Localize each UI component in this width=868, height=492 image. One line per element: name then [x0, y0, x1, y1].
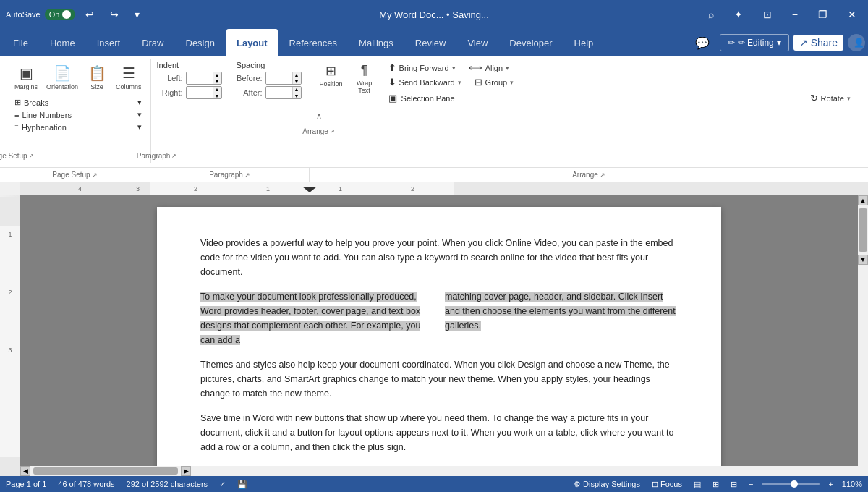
arrange-group-label-row: Arrange ↗	[310, 168, 868, 182]
content-area: Video provides a powerful way to help yo…	[20, 195, 868, 476]
columns-button[interactable]: ☰ Columns	[113, 62, 145, 93]
position-wrap-section: ⊞ Position ¶ Wrap Text	[316, 61, 380, 106]
scroll-up-button[interactable]: ▲	[858, 195, 868, 205]
group-button[interactable]: ⊟ Group ▾	[469, 75, 520, 89]
margins-button[interactable]: ▣ Margins	[12, 62, 41, 93]
before-spacing-down[interactable]: ▼	[292, 78, 301, 85]
vertical-scrollbar[interactable]: ▲ ▼	[858, 195, 868, 466]
editing-button[interactable]: ✏ ✏ Editing ▾	[720, 34, 789, 51]
focus-button[interactable]: ⊡ Focus	[649, 480, 685, 489]
tab-view[interactable]: View	[457, 29, 498, 56]
selection-pane-button[interactable]: ▣ Selection Pane	[383, 90, 803, 106]
autosave-toggle[interactable]: On	[45, 9, 76, 20]
right-indent-input[interactable]: 0" ▲ ▼	[186, 86, 222, 99]
tab-file[interactable]: File	[3, 29, 38, 56]
position-button[interactable]: ⊞ Position	[316, 61, 346, 106]
after-spacing-input[interactable]: 8 pt ▲ ▼	[265, 86, 302, 99]
orientation-button[interactable]: 📄 Orientation	[43, 62, 81, 93]
after-spacing-up[interactable]: ▲	[292, 86, 301, 93]
view-mode-2[interactable]: ⊞	[710, 480, 722, 489]
send-backward-icon: ⬇	[388, 77, 396, 88]
paragraph-expand-icon[interactable]: ↗	[171, 153, 176, 159]
after-spacing-value[interactable]: 8 pt	[266, 87, 292, 98]
horizontal-scrollbar[interactable]: ◀ ▶	[20, 466, 868, 476]
size-icon: 📋	[88, 64, 106, 82]
search-button[interactable]: ⌕	[702, 6, 720, 23]
tab-review[interactable]: Review	[405, 29, 456, 56]
share-label: Share	[811, 37, 838, 48]
view-mode-1[interactable]: ▤	[691, 480, 704, 489]
arrange-footer-label: Arrange	[572, 171, 598, 179]
restore-button[interactable]: ❐	[812, 6, 833, 23]
document-area[interactable]: Video provides a powerful way to help yo…	[20, 195, 858, 466]
tab-developer[interactable]: Developer	[499, 29, 562, 56]
zoom-minus-button[interactable]: −	[746, 480, 756, 488]
comments-button[interactable]: 💬	[689, 33, 715, 53]
h-scroll-left[interactable]: ◀	[20, 466, 30, 476]
arrange-footer-expand[interactable]: ↗	[600, 171, 605, 179]
right-indent-down[interactable]: ▼	[213, 93, 221, 99]
breaks-button[interactable]: ⊞ Breaks ▾	[12, 97, 145, 108]
tab-draw[interactable]: Draw	[132, 29, 174, 56]
scroll-thumb[interactable]	[859, 208, 867, 252]
align-button[interactable]: ⟺ Align ▾	[463, 61, 515, 75]
editing-label: ✏ Editing	[738, 38, 774, 48]
tab-design[interactable]: Design	[176, 29, 225, 56]
right-indent-up[interactable]: ▲	[213, 86, 221, 93]
share-button[interactable]: ↗ Share	[793, 35, 843, 51]
rotate-button[interactable]: ↻ Rotate ▾	[804, 90, 856, 106]
collapse-ribbon-button[interactable]: ∧	[316, 111, 322, 121]
size-button[interactable]: 📋 Size	[84, 62, 110, 93]
before-spacing-up[interactable]: ▲	[292, 72, 301, 78]
page-setup-expand-icon[interactable]: ↗	[29, 153, 34, 159]
page-setup-footer-expand[interactable]: ↗	[92, 171, 98, 179]
copilot-button[interactable]: ✦	[728, 6, 749, 23]
tab-help[interactable]: Help	[564, 29, 604, 56]
scroll-down-button[interactable]: ▼	[858, 255, 868, 265]
ribbon-display-button[interactable]: ⊡	[757, 6, 778, 23]
left-indent-value[interactable]: 0"	[187, 72, 213, 84]
left-indent-down[interactable]: ▼	[213, 78, 221, 85]
undo-button[interactable]: ↩	[80, 6, 100, 23]
svg-text:1: 1	[266, 185, 270, 192]
zoom-slider[interactable]	[762, 483, 820, 485]
align-chevron: ▾	[506, 64, 509, 72]
customize-button[interactable]: ▾	[129, 6, 145, 23]
before-spacing-input[interactable]: 0 pt ▲ ▼	[265, 72, 302, 85]
tab-layout[interactable]: Layout	[226, 29, 278, 56]
right-indent-value[interactable]: 0"	[187, 87, 213, 98]
wrap-text-button[interactable]: ¶ Wrap Text	[349, 61, 380, 106]
bring-forward-button[interactable]: ⬆ Bring Forward ▾	[383, 61, 461, 75]
send-backward-button[interactable]: ⬇ Send Backward ▾	[383, 75, 467, 89]
before-spacing-value[interactable]: 0 pt	[266, 72, 292, 84]
arrange-expand-icon[interactable]: ↗	[330, 128, 335, 135]
rotate-label: Rotate	[821, 94, 844, 103]
tab-bar-right: 💬 ✏ ✏ Editing ▾ ↗ Share 👤	[689, 33, 865, 53]
tab-mailings[interactable]: Mailings	[349, 29, 404, 56]
redo-button[interactable]: ↪	[104, 6, 124, 23]
h-scroll-right[interactable]: ▶	[181, 466, 191, 476]
after-spacing-down[interactable]: ▼	[292, 93, 301, 99]
doc-scroll-wrapper: Video provides a powerful way to help yo…	[20, 195, 868, 466]
tab-home[interactable]: Home	[40, 29, 85, 56]
minimize-button[interactable]: −	[786, 6, 804, 23]
zoom-plus-button[interactable]: +	[825, 480, 835, 488]
paragraph-footer-label: Paragraph	[209, 171, 243, 179]
tab-references[interactable]: References	[279, 29, 347, 56]
h-scroll-thumb[interactable]	[33, 467, 178, 475]
tab-insert[interactable]: Insert	[87, 29, 131, 56]
view-mode-3[interactable]: ⊟	[728, 480, 740, 489]
display-settings-button[interactable]: ⚙ Display Settings	[571, 480, 643, 489]
page-info: Page 1 of 1	[6, 480, 46, 488]
ruler-row: 4 3 2 1 1 2	[0, 182, 868, 195]
left-indent-up[interactable]: ▲	[213, 72, 221, 78]
align-label: Align	[485, 64, 503, 72]
wrap-text-label: Wrap Text	[357, 80, 372, 94]
profile-button[interactable]: 👤	[848, 34, 865, 51]
hyphenation-button[interactable]: ⁻ Hyphenation ▾	[12, 122, 145, 132]
share-icon: ↗	[799, 37, 808, 48]
close-button[interactable]: ✕	[842, 6, 862, 23]
left-indent-input[interactable]: 0" ▲ ▼	[186, 72, 222, 85]
paragraph-footer-expand[interactable]: ↗	[244, 171, 250, 179]
line-numbers-button[interactable]: ≡ Line Numbers ▾	[12, 109, 145, 120]
